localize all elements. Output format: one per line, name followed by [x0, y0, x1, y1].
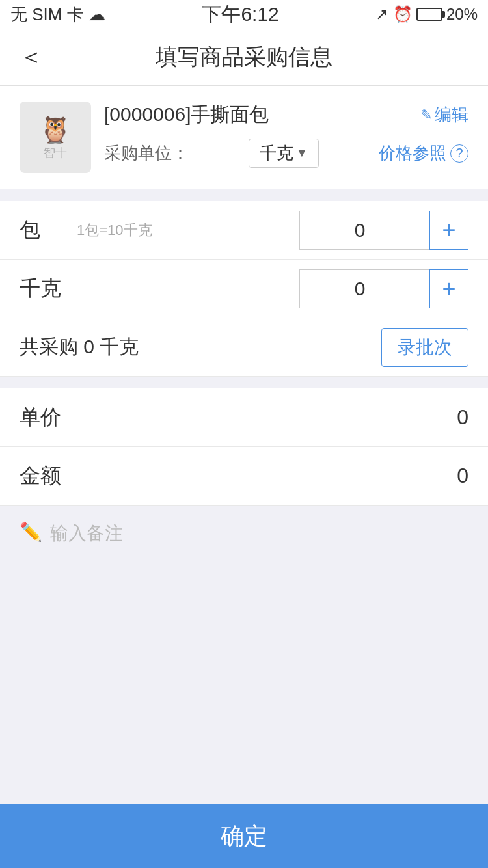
kg-plus-button[interactable]: + — [429, 269, 468, 308]
unit-price-label: 单价 — [20, 403, 61, 432]
input-section: 包 1包=10千克 + 千克 + — [0, 201, 488, 318]
dropdown-arrow-icon: ▼ — [296, 146, 308, 160]
product-card: 🦉 智十 [0000006]手撕面包 ✎ 编辑 采购单位： 千克 ▼ 价格参照 … — [0, 86, 488, 189]
status-left: 无 SIM 卡 ☁ — [10, 3, 105, 26]
back-button[interactable]: ＜ — [20, 41, 59, 73]
unit-label: 采购单位： — [104, 142, 189, 165]
pencil-icon: ✏️ — [20, 521, 42, 543]
status-right: ↗ ⏰ 20% — [375, 5, 478, 23]
edit-icon: ✎ — [420, 107, 432, 124]
note-placeholder: 输入备注 — [50, 521, 123, 546]
content-spacer — [0, 571, 488, 792]
kg-quantity-input[interactable] — [299, 269, 429, 308]
status-bar: 无 SIM 卡 ☁ 下午6:12 ↗ ⏰ 20% — [0, 0, 488, 29]
bag-sublabel: 1包=10千克 — [77, 221, 299, 240]
battery-icon — [416, 8, 442, 21]
product-name: [0000006]手撕面包 — [104, 102, 269, 128]
product-thumb-label: 智十 — [44, 145, 67, 161]
bag-label: 包 — [20, 216, 72, 245]
bag-plus-button[interactable]: + — [429, 211, 468, 250]
edit-label: 编辑 — [435, 103, 468, 126]
section-divider-2 — [0, 377, 488, 388]
amount-row: 金额 0 — [0, 447, 488, 506]
product-info: [0000006]手撕面包 ✎ 编辑 采购单位： 千克 ▼ 价格参照 ? — [104, 102, 468, 168]
status-icons: ↗ ⏰ — [375, 5, 413, 23]
summary-text: 共采购 0 千克 — [20, 334, 139, 360]
bag-input-control: + — [299, 211, 468, 250]
unit-select[interactable]: 千克 ▼ — [249, 139, 319, 168]
unit-price-row: 单价 0 — [0, 388, 488, 447]
price-detail-section: 单价 0 金额 0 — [0, 388, 488, 506]
confirm-button[interactable]: 确定 — [0, 804, 488, 868]
product-thumbnail: 🦉 智十 — [20, 102, 91, 173]
kg-label: 千克 — [20, 275, 72, 303]
kg-input-control: + — [299, 269, 468, 308]
note-section[interactable]: ✏️ 输入备注 — [0, 506, 488, 571]
summary-row: 共采购 0 千克 录批次 — [0, 318, 488, 377]
price-reference-button[interactable]: 价格参照 ? — [379, 142, 468, 165]
product-name-row: [0000006]手撕面包 ✎ 编辑 — [104, 102, 468, 128]
status-time: 下午6:12 — [202, 1, 278, 28]
product-unit-row: 采购单位： 千克 ▼ 价格参照 ? — [104, 139, 468, 168]
kg-input-row: 千克 + — [0, 260, 488, 318]
help-icon: ? — [450, 144, 468, 163]
bag-quantity-input[interactable] — [299, 211, 429, 250]
price-ref-label: 价格参照 — [379, 142, 446, 165]
amount-label: 金额 — [20, 462, 61, 491]
bag-input-row: 包 1包=10千克 + — [0, 201, 488, 260]
batch-record-button[interactable]: 录批次 — [381, 328, 468, 367]
page-title: 填写商品采购信息 — [59, 42, 429, 72]
battery-percent: 20% — [446, 5, 478, 23]
header: ＜ 填写商品采购信息 — [0, 29, 488, 86]
unit-value: 千克 — [260, 142, 293, 165]
product-thumb-icon: 🦉 — [39, 115, 72, 145]
edit-button[interactable]: ✎ 编辑 — [420, 103, 468, 126]
section-divider-1 — [0, 189, 488, 201]
unit-price-value: 0 — [457, 405, 468, 429]
amount-value: 0 — [457, 464, 468, 488]
